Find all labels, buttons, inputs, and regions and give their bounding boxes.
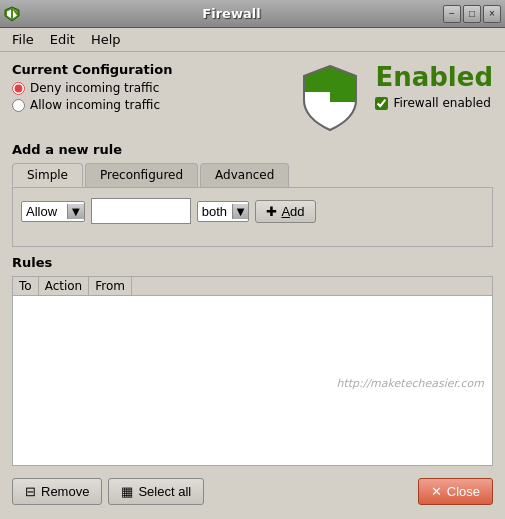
bottom-left-buttons: ⊟ Remove ▦ Select all [12,478,204,505]
both-select[interactable]: both in out [198,202,232,221]
close-window-button[interactable]: × [483,5,501,23]
firewall-enabled-checkbox[interactable] [375,97,388,110]
svg-marker-2 [304,66,330,92]
watermark: http://maketecheasier.com [336,377,484,390]
menu-bar: File Edit Help [0,28,505,52]
config-section: Current Configuration Deny incoming traf… [12,62,285,112]
add-label: Add [281,204,304,219]
menu-file[interactable]: File [4,30,42,49]
allow-dropdown-arrow[interactable]: ▼ [67,204,84,219]
port-input[interactable] [91,198,191,224]
title-bar-center: Firewall [20,6,443,21]
add-button[interactable]: ✚ Add [255,200,315,223]
new-rule-section: Add a new rule Simple Preconfigured Adva… [12,142,493,247]
allow-radio-text: Allow incoming traffic [30,98,160,112]
main-content: Current Configuration Deny incoming traf… [0,52,505,519]
tab-content-simple: Allow Deny Reject ▼ both in out ▼ [12,187,493,247]
rules-section: Rules To Action From http://maketecheasi… [12,255,493,466]
maximize-button[interactable]: □ [463,5,481,23]
col-action: Action [39,277,90,295]
svg-marker-3 [330,102,356,130]
rules-table: To Action From http://maketecheasier.com [12,276,493,466]
radio-group: Deny incoming traffic Allow incoming tra… [12,81,285,112]
tab-bar: Simple Preconfigured Advanced [12,163,493,187]
close-button[interactable]: ✕ Close [418,478,493,505]
new-rule-title: Add a new rule [12,142,493,157]
close-icon: ✕ [431,484,442,499]
status-section: Enabled Firewall enabled [375,62,493,110]
bottom-bar: ⊟ Remove ▦ Select all ✕ Close [12,474,493,509]
rule-row: Allow Deny Reject ▼ both in out ▼ [21,198,484,224]
select-all-icon: ▦ [121,484,133,499]
rules-title: Rules [12,255,493,270]
rules-header: To Action From [13,277,492,296]
remove-label: Remove [41,484,89,499]
allow-select[interactable]: Allow Deny Reject [22,202,67,221]
close-label: Close [447,484,480,499]
title-bar: Firewall − □ × [0,0,505,28]
deny-radio-label[interactable]: Deny incoming traffic [12,81,285,95]
top-section: Current Configuration Deny incoming traf… [12,62,493,134]
allow-radio[interactable] [12,99,25,112]
both-dropdown-arrow[interactable]: ▼ [232,204,249,219]
menu-edit[interactable]: Edit [42,30,83,49]
rules-body: http://maketecheasier.com [13,296,492,396]
allow-dropdown-container[interactable]: Allow Deny Reject ▼ [21,201,85,222]
config-title: Current Configuration [12,62,285,77]
minimize-button[interactable]: − [443,5,461,23]
select-all-label: Select all [138,484,191,499]
firewall-enabled-check: Firewall enabled [375,96,490,110]
col-from: From [89,277,132,295]
remove-icon: ⊟ [25,484,36,499]
shield-icon [300,62,360,134]
shield-container [295,62,365,134]
enabled-text: Enabled [375,62,493,92]
add-icon: ✚ [266,204,277,219]
both-dropdown-container[interactable]: both in out ▼ [197,201,250,222]
allow-radio-label[interactable]: Allow incoming traffic [12,98,285,112]
col-to: To [13,277,39,295]
title-bar-left [4,6,20,22]
deny-radio[interactable] [12,82,25,95]
firewall-enabled-label: Firewall enabled [393,96,490,110]
menu-help[interactable]: Help [83,30,129,49]
window-title: Firewall [202,6,260,21]
tab-advanced[interactable]: Advanced [200,163,289,187]
tab-preconfigured[interactable]: Preconfigured [85,163,198,187]
title-bar-buttons: − □ × [443,5,501,23]
deny-radio-text: Deny incoming traffic [30,81,159,95]
remove-button[interactable]: ⊟ Remove [12,478,102,505]
tab-simple[interactable]: Simple [12,163,83,187]
select-all-button[interactable]: ▦ Select all [108,478,204,505]
app-icon [4,6,20,22]
